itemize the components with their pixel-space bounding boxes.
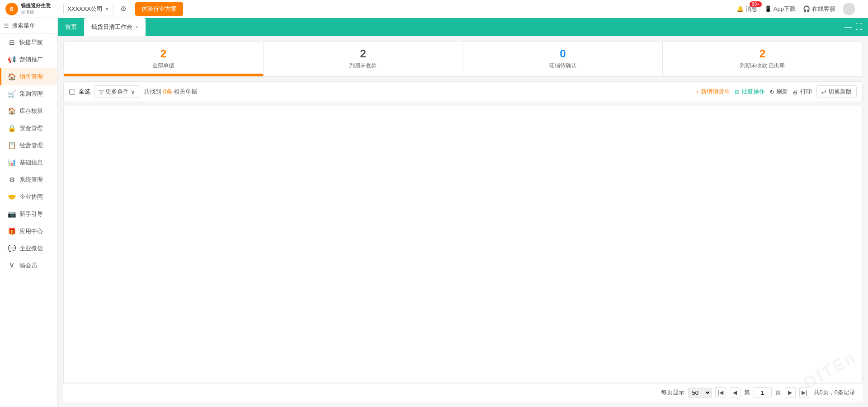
sidebar-label-inventory: 库存核算 [19, 107, 43, 115]
refresh-button[interactable]: ↻ 刷新 [769, 88, 788, 96]
search-menu-label: 搜索菜单 [12, 22, 35, 30]
last-page-button[interactable]: ▶| [799, 387, 810, 398]
stat-number-overdue: 2 [360, 47, 366, 60]
wechat-icon: 💬 [8, 244, 16, 253]
bell-icon: 🔔 [736, 5, 744, 12]
print-button[interactable]: 🖨 打印 [793, 88, 812, 96]
messages-button[interactable]: 🔔 消息 99+ [736, 5, 757, 13]
finance-icon: 🔒 [8, 124, 16, 132]
sidebar-label-sales: 销售管理 [19, 73, 43, 81]
per-page-label: 每页显示 [661, 388, 684, 397]
filter-icon: ▽ [99, 89, 104, 95]
fullscreen-icon[interactable]: ⛶ [855, 23, 863, 31]
stat-number-shipped: 2 [760, 47, 765, 60]
operations-icon: 📋 [8, 141, 16, 150]
online-service-label: 在线客服 [812, 5, 835, 13]
select-all-checkbox[interactable] [69, 89, 75, 95]
company-name: XXXXXX公司 [67, 5, 103, 13]
switch-label: 切换新版 [828, 88, 852, 96]
sidebar-item-purchase[interactable]: 🛒 采购管理 [0, 85, 57, 103]
prev-page-button[interactable]: ◀ [730, 387, 741, 398]
sidebar-item-app-center[interactable]: 🎁 应用中心 [0, 223, 57, 240]
settings-icon[interactable]: ⚙ [117, 3, 130, 15]
tab-bar: 首页 钱货日清工作台 × — ⛶ [58, 18, 868, 36]
page-number-input[interactable] [754, 387, 772, 398]
stat-label-shipped: 到期未收款 已出库 [740, 62, 785, 70]
batch-operation-button[interactable]: ⊞ 批量操作 [735, 88, 765, 96]
stat-label-pending: 旺铺待确认 [549, 62, 576, 70]
per-page-select[interactable]: 50 100 200 [688, 388, 712, 398]
next-page-button[interactable]: ▶ [785, 387, 796, 398]
logo-icon: 6 [5, 3, 18, 15]
trial-button[interactable]: 体验行业方案 [135, 2, 183, 16]
batch-label: 批量操作 [741, 88, 765, 96]
print-icon: 🖨 [793, 89, 798, 95]
restore-icon[interactable]: — [844, 23, 852, 31]
app-download-button[interactable]: 📱 App下载 [764, 5, 796, 13]
add-label: 新增销货单 [701, 88, 730, 96]
sidebar-item-beginner[interactable]: 📷 新手引导 [0, 206, 57, 223]
switch-new-version-button[interactable]: ⇄ 切换新版 [816, 85, 857, 98]
switch-icon: ⇄ [821, 89, 826, 95]
table-area [63, 106, 863, 383]
sidebar-item-inventory[interactable]: 🏠 库存核算 [0, 103, 57, 120]
stat-number-all: 2 [160, 47, 166, 60]
sidebar-item-member[interactable]: V 畅会员 [0, 257, 57, 274]
sidebar-label-wechat: 企业微信 [19, 244, 43, 253]
app-download-label: App下载 [774, 5, 796, 13]
refresh-icon: ↻ [769, 89, 774, 95]
tab-bar-actions: — ⛶ [844, 23, 868, 31]
found-text: 共找到 0条 相关单据 [144, 88, 197, 96]
found-count: 0条 [163, 88, 172, 95]
page-label: 第 [744, 388, 750, 397]
sidebar-item-sales[interactable]: 🏠 销售管理 [0, 68, 57, 85]
pagination-bar: 每页显示 50 100 200 |◀ ◀ 第 页 ▶ ▶| 共0页，0条记录 [63, 383, 863, 402]
stat-card-all[interactable]: 2 全部单据 [64, 42, 264, 76]
chevron-down-icon: ▼ [104, 6, 109, 12]
tab-home-label: 首页 [65, 23, 77, 31]
add-sales-order-button[interactable]: + 新增销货单 [695, 88, 730, 96]
search-icon: ☰ [4, 23, 9, 29]
sidebar-item-finance[interactable]: 🔒 资金管理 [0, 120, 57, 137]
content-area: 2 全部单据 2 到期未收款 0 旺铺待确认 2 到期未收款 已出库 全选 ▽ [58, 36, 868, 407]
toolbar: 全选 ▽ 更多条件 ∨ 共找到 0条 相关单据 + 新增销货单 ⊞ 批量操作 [63, 81, 863, 102]
sidebar-label-member: 畅会员 [19, 262, 37, 270]
sidebar-item-wechat[interactable]: 💬 企业微信 [0, 240, 57, 257]
avatar[interactable] [843, 3, 855, 15]
tab-home[interactable]: 首页 [58, 18, 84, 36]
logo-line2: 标准版 [21, 9, 51, 15]
stat-card-overdue[interactable]: 2 到期未收款 [264, 42, 463, 76]
sidebar-item-system[interactable]: ⚙ 系统管理 [0, 171, 57, 188]
sidebar-item-basic-info[interactable]: 📊 基础信息 [0, 154, 57, 171]
inventory-icon: 🏠 [8, 107, 16, 115]
print-label: 打印 [800, 88, 812, 96]
refresh-label: 刷新 [776, 88, 788, 96]
online-service-button[interactable]: 🎧 在线客服 [803, 5, 835, 13]
tab-close-icon[interactable]: × [135, 24, 138, 30]
first-page-button[interactable]: |◀ [715, 387, 726, 398]
sidebar-item-cooperation[interactable]: 🤝 企业协同 [0, 188, 57, 206]
main-content: 首页 钱货日清工作台 × — ⛶ 2 全部单据 2 到期未收款 0 旺铺待确认 [58, 18, 868, 407]
service-icon: 🎧 [803, 5, 810, 12]
beginner-icon: 📷 [8, 210, 16, 218]
tab-active[interactable]: 钱货日清工作台 × [84, 18, 146, 36]
sidebar-item-operations[interactable]: 📋 经营管理 [0, 137, 57, 154]
stat-card-pending[interactable]: 0 旺铺待确认 [463, 42, 663, 76]
stat-label-overdue: 到期未收款 [349, 62, 377, 70]
grid-icon: ⊟ [8, 38, 16, 47]
stat-card-shipped[interactable]: 2 到期未收款 已出库 [663, 42, 862, 76]
found-suffix: 相关单据 [174, 88, 197, 95]
active-indicator [64, 74, 263, 75]
download-icon: 📱 [764, 5, 772, 12]
sidebar-item-marketing[interactable]: 📢 营销推广 [0, 51, 57, 68]
tab-active-label: 钱货日清工作台 [91, 23, 132, 31]
filter-button[interactable]: ▽ 更多条件 ∨ [94, 85, 140, 98]
sidebar-item-quick-nav[interactable]: ⊟ 快捷导航 [0, 34, 57, 51]
plus-icon: + [695, 89, 699, 95]
search-menu-button[interactable]: ☰ 搜索菜单 [0, 18, 57, 34]
system-icon: ⚙ [8, 176, 16, 184]
purchase-icon: 🛒 [8, 90, 16, 98]
sidebar-label-app-center: 应用中心 [19, 227, 43, 235]
company-selector[interactable]: XXXXXX公司 ▼ [63, 3, 113, 15]
sidebar-label-basic-info: 基础信息 [19, 159, 43, 167]
